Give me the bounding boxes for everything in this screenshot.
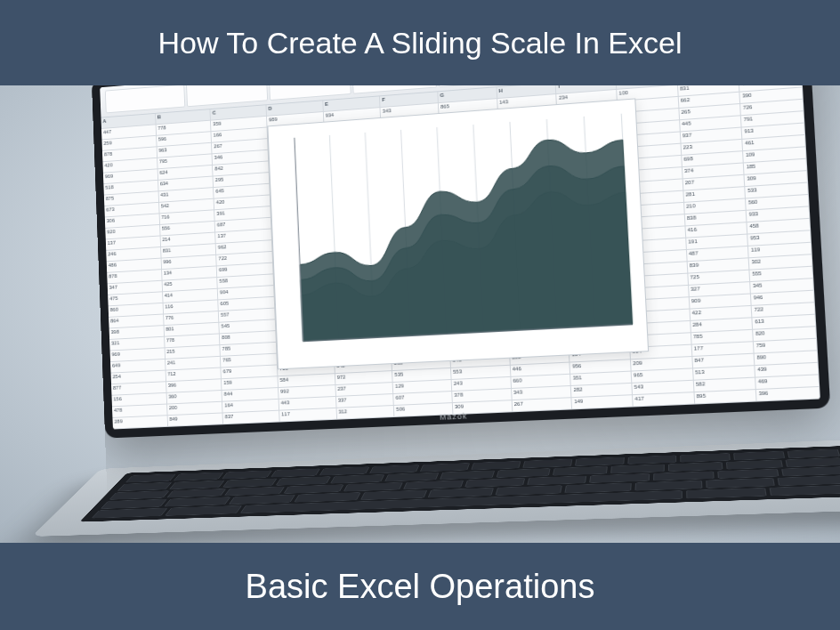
bottom-banner-title: Basic Excel Operations	[246, 568, 595, 606]
svg-line-10	[303, 324, 633, 341]
top-banner: How To Create A Sliding Scale In Excel	[0, 0, 840, 85]
svg-line-1	[329, 135, 338, 340]
area-chart	[267, 98, 649, 369]
screen-bezel: A447259878420969518875673306920137246486…	[92, 85, 831, 439]
keyboard	[79, 446, 840, 522]
top-banner-title: How To Create A Sliding Scale In Excel	[158, 26, 682, 61]
svg-line-2	[365, 133, 374, 337]
svg-line-11	[295, 138, 303, 342]
laptop-illustration: A447259878420969518875673306920137246486…	[96, 85, 832, 439]
laptop-base	[31, 439, 840, 537]
bottom-banner: Basic Excel Operations	[0, 543, 840, 630]
excel-screen: A447259878420969518875673306920137246486…	[100, 85, 820, 429]
laptop-brand: Mazok	[440, 411, 468, 421]
hero-image: A447259878420969518875673306920137246486…	[0, 85, 840, 543]
